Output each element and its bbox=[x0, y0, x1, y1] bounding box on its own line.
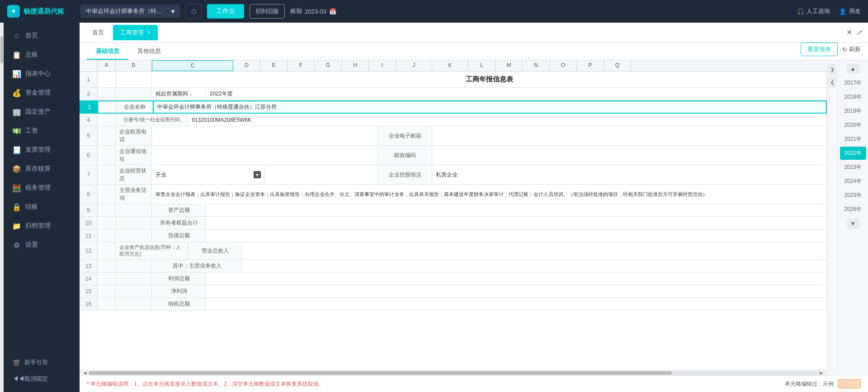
cell-5-a[interactable] bbox=[98, 126, 116, 145]
sidebar-item-fund[interactable]: 💰 资金管理 bbox=[4, 83, 80, 102]
user-label: 用友 bbox=[849, 7, 861, 15]
sidebar-item-ledger[interactable]: 📋 总账 bbox=[4, 45, 80, 64]
cell-2-a[interactable] bbox=[98, 88, 116, 100]
cell-1-b[interactable] bbox=[116, 72, 152, 87]
year-item-2018[interactable]: 2018年 bbox=[840, 91, 866, 104]
year-down-icon[interactable]: ▼ bbox=[847, 219, 859, 229]
cell-16-a[interactable] bbox=[98, 298, 116, 310]
cell-15-a[interactable] bbox=[98, 285, 116, 297]
bottom-right: 单元格编辑过：示例 bbox=[785, 379, 861, 388]
cell-8-value[interactable]: 审查企业会计报表；出具审计报告；验证企业资本；出具验资报告；办理企业合并、分立、… bbox=[152, 185, 827, 204]
cell-13-a[interactable] bbox=[98, 260, 116, 272]
tab-basic-info-label: 基础信息 bbox=[96, 48, 119, 54]
cell-12-value[interactable] bbox=[242, 242, 827, 259]
sidebar-item-invoice[interactable]: 🧾 发票管理 bbox=[4, 140, 80, 159]
cell-11-value[interactable] bbox=[206, 229, 827, 242]
refresh-button[interactable]: ↻ 刷新 bbox=[842, 45, 861, 53]
sidebar-item-report[interactable]: 📊 报表中心 bbox=[4, 64, 80, 83]
old-version-button[interactable]: 切到旧版 bbox=[250, 4, 285, 19]
cell-5-right-value[interactable] bbox=[432, 126, 827, 145]
cell-7-right-value[interactable]: 私营企业 bbox=[432, 165, 827, 184]
cell-11-a[interactable] bbox=[98, 229, 116, 242]
cell-16-value[interactable] bbox=[206, 298, 827, 310]
tax-icon: 🧮 bbox=[13, 184, 21, 192]
table-row: 15 净利润 bbox=[80, 285, 827, 298]
cell-4-a[interactable] bbox=[98, 114, 116, 126]
company-selector[interactable]: 中审众环会计师事务所（特殊普通合伙... ▼ bbox=[80, 5, 180, 18]
cell-3-a[interactable] bbox=[99, 101, 117, 113]
user-menu[interactable]: 👤 用友 bbox=[839, 7, 861, 15]
scroll-left-icon[interactable]: ◀ bbox=[81, 369, 89, 376]
reset-button[interactable]: 重置报表 bbox=[801, 43, 838, 56]
h-scroll-track[interactable] bbox=[89, 371, 818, 375]
dropdown-icon[interactable]: ▼ bbox=[254, 171, 261, 178]
cancel-fixed[interactable]: ◀◀取消固定 bbox=[4, 371, 80, 387]
expand-window-icon[interactable]: ⤢ bbox=[857, 28, 863, 37]
cell-6-value[interactable] bbox=[152, 146, 378, 165]
cell-6-right-value[interactable] bbox=[432, 146, 827, 165]
cell-14-a[interactable] bbox=[98, 272, 116, 285]
sidebar-item-settings[interactable]: ⚙ 设置 bbox=[4, 235, 80, 254]
cell-4-value[interactable]: 91320100MA208E5W6K bbox=[188, 114, 827, 126]
cell-7-status[interactable]: 开业 ▼ bbox=[152, 165, 265, 184]
cell-12-label: 企业资产状况信息(币种：人民币万元) bbox=[116, 242, 188, 259]
collapse-panel-btn[interactable]: ❯ bbox=[828, 64, 836, 75]
tab-home[interactable]: 首页 bbox=[85, 25, 111, 40]
close-window-icon[interactable]: ✕ bbox=[846, 28, 852, 37]
tab-close-icon[interactable]: × bbox=[147, 29, 151, 36]
h-scroll-thumb[interactable] bbox=[89, 371, 672, 375]
h-scrollbar[interactable]: ◀ ▶ bbox=[80, 370, 827, 375]
cell-9-a[interactable] bbox=[98, 204, 116, 216]
year-item-2025[interactable]: 2025年 bbox=[840, 189, 866, 202]
cell-2-value[interactable]: 2022年度 bbox=[206, 88, 827, 100]
scroll-right-icon[interactable]: ▶ bbox=[818, 369, 825, 376]
cell-1-a[interactable] bbox=[98, 72, 116, 87]
cell-2-b[interactable] bbox=[116, 88, 152, 100]
cell-15-value[interactable] bbox=[206, 285, 827, 297]
year-item-2024[interactable]: 2024年 bbox=[840, 175, 866, 188]
cell-12-a[interactable] bbox=[98, 242, 116, 259]
sidebar-item-home-label: 首页 bbox=[25, 32, 38, 40]
cell-10-a[interactable] bbox=[98, 217, 116, 229]
expand-panel-btn[interactable]: ❮ bbox=[828, 76, 836, 87]
year-item-2021[interactable]: 2021年 bbox=[840, 133, 866, 146]
year-up-icon[interactable]: ▲ bbox=[847, 64, 859, 74]
cell-15-label: 净利润 bbox=[152, 285, 206, 297]
year-item-2023[interactable]: 2023年 bbox=[840, 161, 866, 174]
sidebar-item-salary[interactable]: 💵 工资 bbox=[4, 121, 80, 140]
sidebar-item-tax[interactable]: 🧮 税务管理 bbox=[4, 178, 80, 197]
sidebar-item-close[interactable]: 🔒 结账 bbox=[4, 197, 80, 216]
tab-basic-info[interactable]: 基础信息 bbox=[87, 43, 128, 60]
new-user-guide[interactable]: 🎬 新手引导 bbox=[4, 354, 80, 371]
cell-9-value[interactable] bbox=[206, 204, 827, 216]
cell-13-value[interactable] bbox=[242, 260, 827, 272]
year-item-2026[interactable]: 2026年 bbox=[840, 203, 866, 216]
cell-8-a[interactable] bbox=[98, 185, 116, 204]
copy-icon[interactable]: ⬡ bbox=[185, 4, 202, 19]
cell-3-value[interactable]: 中审众环会计师事务所（特殊普通合伙）江苏分所 bbox=[153, 101, 826, 113]
cell-7-a[interactable] bbox=[98, 165, 116, 184]
sidebar-item-fixed[interactable]: 🏢 固定资产 bbox=[4, 102, 80, 121]
sidebar-item-archive[interactable]: 📁 归档管理 bbox=[4, 216, 80, 235]
cell-5-value[interactable] bbox=[152, 126, 378, 145]
calendar-icon[interactable]: 📅 bbox=[329, 8, 336, 15]
sidebar-item-inventory[interactable]: 📦 库存核算 bbox=[4, 159, 80, 178]
sidebar-item-home[interactable]: ⌂ 首页 bbox=[4, 26, 80, 45]
cell-14-value[interactable] bbox=[206, 272, 827, 285]
cell-5-right-label: 企业电子邮箱 bbox=[378, 126, 432, 145]
workbench-button[interactable]: 工作台 bbox=[207, 4, 244, 19]
cell-1-title[interactable]: 工商年报信息表 bbox=[152, 72, 827, 87]
service-button[interactable]: 🎧 人工咨询 bbox=[797, 7, 830, 15]
year-2024-label: 2024年 bbox=[844, 178, 862, 184]
cell-6-a[interactable] bbox=[98, 146, 116, 165]
tab-workbench-management[interactable]: 工商管理 × bbox=[113, 25, 158, 40]
cell-14-b bbox=[116, 272, 152, 285]
year-item-2020[interactable]: 2020年 bbox=[840, 119, 866, 132]
year-item-2017[interactable]: 2017年 bbox=[840, 76, 866, 90]
year-item-2022[interactable]: 2022年 bbox=[840, 147, 866, 160]
tab-other-info[interactable]: 其他信息 bbox=[128, 43, 170, 60]
year-item-2019[interactable]: 2019年 bbox=[840, 105, 866, 118]
cell-10-value[interactable] bbox=[206, 217, 827, 229]
spreadsheet: A B C D E F G H I J K L M N O P Q bbox=[80, 60, 827, 375]
cell-7-b-empty[interactable] bbox=[265, 165, 378, 184]
